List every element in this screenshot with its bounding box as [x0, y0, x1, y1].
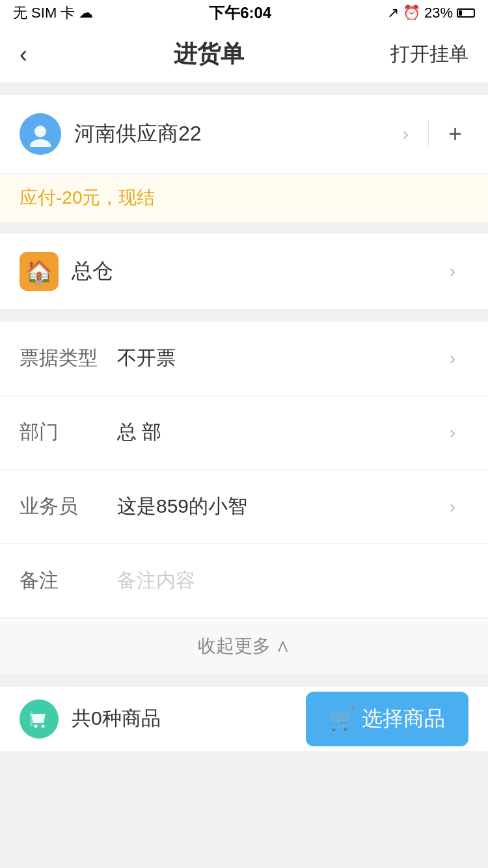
rest-background: [0, 751, 488, 868]
section-gap-1: [0, 83, 488, 95]
open-pending-button[interactable]: 打开挂单: [390, 41, 468, 68]
department-value: 总 部: [117, 419, 450, 446]
select-product-icon: 🛒: [329, 707, 355, 731]
ticket-type-row[interactable]: 票据类型 不开票 ›: [0, 321, 488, 395]
svg-point-4: [42, 724, 45, 727]
battery-icon: [457, 8, 475, 18]
form-card: 票据类型 不开票 › 部门 总 部 › 业务员 这是859的小智 › 备注 备注…: [0, 321, 488, 674]
svg-point-0: [34, 126, 46, 137]
bottom-bar: 共0种商品 🛒 选择商品: [0, 686, 488, 751]
svg-point-3: [34, 724, 38, 727]
supplier-row: 河南供应商22 › +: [0, 95, 488, 174]
collapse-row[interactable]: 收起更多 ∧: [0, 617, 488, 674]
svg-point-1: [30, 139, 51, 147]
warehouse-chevron-icon: ›: [450, 261, 455, 282]
salesman-chevron-icon: ›: [450, 496, 455, 517]
warehouse-row[interactable]: 🏠 总仓 ›: [0, 234, 488, 309]
product-cart-icon: [20, 699, 59, 739]
back-button[interactable]: ‹: [20, 41, 27, 68]
notice-bar: 应付-20元，现结: [0, 174, 488, 222]
section-gap-2: [0, 222, 488, 234]
warehouse-icon: 🏠: [20, 252, 59, 291]
department-chevron-icon: ›: [450, 422, 455, 443]
salesman-label: 业务员: [20, 493, 111, 520]
salesman-row[interactable]: 业务员 这是859的小智 ›: [0, 469, 488, 543]
section-gap-3: [0, 309, 488, 321]
sim-text: 无 SIM 卡 ☁: [13, 3, 93, 23]
status-left: 无 SIM 卡 ☁: [13, 3, 93, 23]
ticket-type-value: 不开票: [117, 345, 450, 372]
ticket-type-label: 票据类型: [20, 345, 111, 372]
collapse-label: 收起更多 ∧: [198, 634, 291, 658]
select-product-button[interactable]: 🛒 选择商品: [306, 692, 468, 746]
remark-label: 备注: [20, 567, 111, 594]
department-label: 部门: [20, 419, 111, 446]
ticket-type-chevron-icon: ›: [450, 348, 455, 369]
supplier-chevron-icon: ›: [403, 124, 409, 144]
status-bar: 无 SIM 卡 ☁ 下午6:04 ↗ ⏰ 23%: [0, 0, 488, 26]
supplier-divider: [428, 121, 429, 147]
salesman-value: 这是859的小智: [117, 493, 450, 520]
section-gap-4: [0, 674, 488, 686]
product-count: 共0种商品: [72, 705, 306, 732]
remark-row[interactable]: 备注 备注内容: [0, 543, 488, 617]
supplier-name[interactable]: 河南供应商22: [74, 120, 403, 148]
remark-input[interactable]: 备注内容: [117, 567, 468, 594]
supplier-avatar: [20, 113, 61, 155]
add-supplier-button[interactable]: +: [442, 120, 468, 148]
department-row[interactable]: 部门 总 部 ›: [0, 395, 488, 469]
location-icon: ↗: [387, 5, 399, 21]
battery-text: 23%: [424, 5, 453, 21]
svg-rect-2: [30, 711, 33, 727]
page-title: 进货单: [174, 38, 244, 70]
status-right: ↗ ⏰ 23%: [387, 5, 475, 21]
warehouse-card: 🏠 总仓 ›: [0, 234, 488, 309]
alarm-icon: ⏰: [403, 5, 420, 21]
nav-bar: ‹ 进货单 打开挂单: [0, 26, 488, 83]
select-product-label: 选择商品: [362, 705, 445, 733]
supplier-card: 河南供应商22 › + 应付-20元，现结: [0, 95, 488, 222]
warehouse-name: 总仓: [72, 257, 450, 286]
status-time: 下午6:04: [209, 3, 271, 23]
